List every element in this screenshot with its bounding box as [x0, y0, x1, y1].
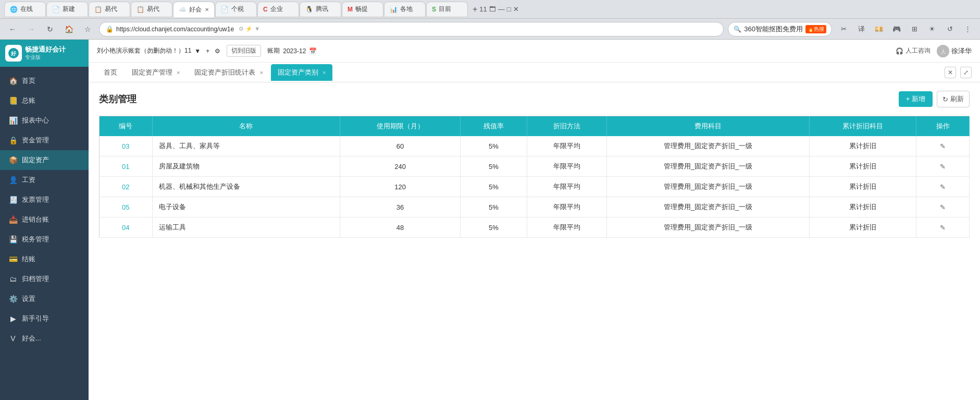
browser-tab-haohui[interactable]: ☁️ 好会 ✕: [173, 2, 215, 17]
zaixin-label: 在线: [20, 5, 33, 14]
sidebar-item-settings[interactable]: ⚙️ 设置: [0, 289, 89, 309]
haohui-close-icon[interactable]: ✕: [205, 7, 209, 13]
tab-depreciation-stats-close[interactable]: ×: [259, 69, 263, 76]
sidebar-item-more[interactable]: V 好会...: [0, 329, 89, 348]
browser-tab-yidai2[interactable]: 📋 易代: [131, 2, 172, 17]
col-accumulate: 累计折旧科目: [810, 116, 916, 137]
settle-icon: 💳: [8, 254, 18, 264]
sidebar-label-settle: 结账: [22, 254, 35, 264]
cell-expense: 管理费用_固定资产折旧_一级: [606, 156, 809, 177]
sidebar-item-invoice[interactable]: 🧾 发票管理: [0, 190, 89, 210]
address-input[interactable]: 🔒 https://cloud.chanjet.com/accounting/u…: [99, 22, 724, 37]
bookmark-button[interactable]: ☆: [80, 22, 95, 37]
service-button[interactable]: 🎧 人工咨询: [896, 46, 931, 55]
app-edition: 专业版: [25, 54, 66, 61]
cell-accumulate: 累计折旧: [810, 156, 916, 177]
sidebar-item-fixed[interactable]: 📦 固定资产: [0, 150, 89, 170]
grid-icon[interactable]: ⊞: [907, 22, 922, 37]
tab-category-label: 固定资产类别: [278, 68, 318, 77]
refresh-button[interactable]: ↻ 刷新: [937, 91, 970, 107]
sidebar-item-salary[interactable]: 👤 工资: [0, 170, 89, 190]
back-button[interactable]: ←: [5, 22, 20, 37]
sidebar-item-archive[interactable]: 🗂 归档管理: [0, 269, 89, 289]
game-icon[interactable]: 🎮: [889, 22, 904, 37]
browser-tab-changti[interactable]: M 畅提: [342, 2, 383, 17]
home-button[interactable]: 🏠: [61, 22, 76, 37]
sidebar-item-home[interactable]: 🏠 首页: [0, 71, 89, 91]
edit-button[interactable]: ✎: [940, 224, 946, 232]
table-header-row: 编号 名称 使用期限（月） 残值率 折旧方法 费用科目 累计折旧科目 操作: [100, 116, 970, 137]
sidebar-label-ledger: 总账: [22, 96, 35, 105]
browser-tab-tengxun[interactable]: 🐧 腾讯: [300, 2, 341, 17]
switch-version-button[interactable]: 切到旧版: [227, 45, 261, 57]
tab-home[interactable]: 首页: [97, 64, 124, 81]
account-settings-icon[interactable]: ⚙: [215, 47, 220, 55]
add-button[interactable]: + 新增: [899, 91, 933, 107]
tab-category[interactable]: 固定资产类别 ×: [271, 64, 332, 81]
user-profile[interactable]: 人 徐泽华: [937, 45, 972, 57]
sidebar-label-settings: 设置: [22, 294, 35, 304]
salary-icon: 👤: [8, 175, 18, 185]
cell-expense: 管理费用_固定资产折旧_一级: [606, 197, 809, 217]
maximize-button[interactable]: □: [507, 5, 511, 13]
sidebar-item-tax[interactable]: 💾 税务管理: [0, 229, 89, 249]
search-icon: 🔍: [734, 26, 741, 33]
minimize-button[interactable]: —: [498, 5, 505, 13]
sidebar-item-ledger[interactable]: 📒 总账: [0, 91, 89, 111]
table-body: 03 器具、工具、家具等 60 5% 年限平均 管理费用_固定资产折旧_一级 累…: [100, 136, 970, 238]
reload-button[interactable]: ↻: [43, 22, 57, 37]
sidebar-label-invoice: 发票管理: [22, 195, 49, 204]
tabs-container: 🌐 在线 📄 新建 📋 易代 📋 易代 ☁️ 好会 ✕ 📄 个税 C 企业: [4, 0, 468, 19]
browser-tab-gedi[interactable]: 📊 各地: [384, 2, 426, 17]
changti-label: 畅提: [355, 5, 368, 14]
tab-fixed-management[interactable]: 固定资产管理 ×: [125, 64, 187, 81]
search-bar[interactable]: 🔍 360智能抠图免费用 🔥热搜: [728, 22, 832, 37]
close-window-button[interactable]: ✕: [513, 5, 519, 13]
forward-button[interactable]: →: [24, 22, 39, 37]
secure-icon: 🔒: [106, 26, 114, 33]
more-icon[interactable]: ⋮: [960, 22, 975, 37]
cell-method: 年限平均: [527, 177, 606, 197]
cell-ratio: 5%: [461, 177, 527, 197]
edit-button[interactable]: ✎: [940, 183, 946, 191]
sidebar-item-report[interactable]: 📊 报表中心: [0, 111, 89, 130]
edit-button[interactable]: ✎: [940, 163, 946, 171]
calendar-icon[interactable]: 📅: [309, 47, 317, 55]
new-tab-button[interactable]: +: [473, 5, 477, 14]
sidebar-label-home: 首页: [22, 76, 35, 86]
sidebar-item-guide[interactable]: ▶ 新手引导: [0, 309, 89, 329]
edit-button[interactable]: ✎: [940, 142, 946, 150]
add-account-icon[interactable]: +: [206, 47, 209, 55]
cell-name: 运输工具: [152, 217, 340, 238]
app-logo: 好: [5, 45, 22, 62]
sidebar-item-fund[interactable]: 🔒 资金管理: [0, 130, 89, 150]
changti-icon: M: [348, 6, 353, 13]
dropdown-icon[interactable]: ▼: [194, 47, 201, 55]
wallet-icon[interactable]: 💴: [872, 22, 886, 37]
cell-code: 05: [100, 197, 153, 217]
browser-tab-qiye[interactable]: C 企业: [257, 2, 299, 17]
browser-tab-yidai1[interactable]: 📋 易代: [89, 2, 130, 17]
edit-button[interactable]: ✎: [940, 203, 946, 211]
sidebar-nav: 🏠 首页 📒 总账 📊 报表中心 🔒 资金管理 📦 固定资产 👤 工资: [0, 67, 89, 400]
undo-icon[interactable]: ↺: [942, 22, 957, 37]
brightness-icon[interactable]: ☀: [925, 22, 939, 37]
tab-depreciation-stats[interactable]: 固定资产折旧统计表 ×: [188, 64, 269, 81]
tab-fixed-management-close[interactable]: ×: [177, 69, 180, 76]
translate-icon[interactable]: 译: [854, 22, 869, 37]
browser-tab-zaixin[interactable]: 🌐 在线: [4, 2, 46, 17]
cell-method: 年限平均: [527, 197, 606, 217]
restore-button[interactable]: 🗔: [489, 5, 496, 13]
tab-category-close[interactable]: ×: [322, 69, 326, 76]
tab-expand-button[interactable]: ⤢: [960, 67, 972, 78]
sidebar-item-inventory[interactable]: 📥 进销台账: [0, 210, 89, 229]
browser-tab-muqian[interactable]: S 目前: [426, 2, 468, 17]
tab-close-window-button[interactable]: ✕: [945, 67, 956, 78]
tab-home-label: 首页: [104, 68, 117, 77]
tab-count-badge: 11: [479, 5, 487, 13]
scissors-icon[interactable]: ✂: [836, 22, 851, 37]
sidebar-item-settle[interactable]: 💳 结账: [0, 249, 89, 269]
browser-tab-new[interactable]: 📄 新建: [46, 2, 88, 17]
table-row: 01 房屋及建筑物 240 5% 年限平均 管理费用_固定资产折旧_一级 累计折…: [100, 156, 970, 177]
browser-tab-geshui[interactable]: 📄 个税: [215, 2, 257, 17]
